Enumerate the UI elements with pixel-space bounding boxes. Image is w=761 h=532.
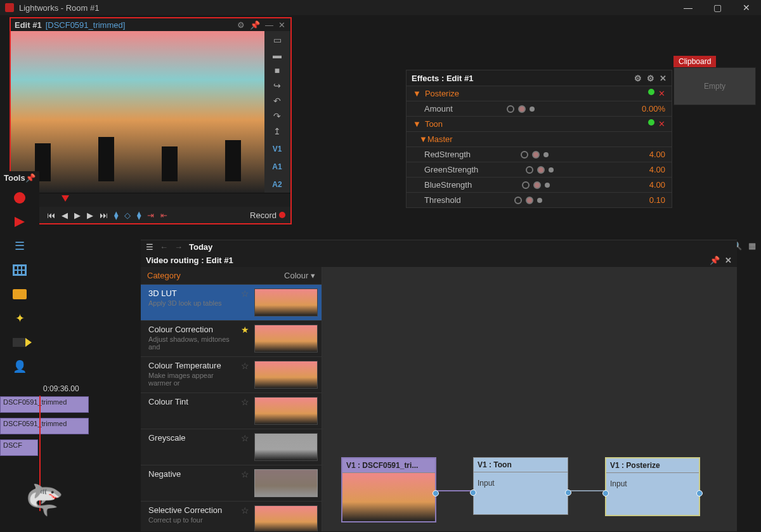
track-label-v1[interactable]: V1 xyxy=(273,145,282,157)
track-label-a1[interactable]: A1 xyxy=(272,162,282,175)
reset-knob[interactable] xyxy=(526,166,533,174)
port-in[interactable] xyxy=(602,490,609,496)
fx-group-posterize[interactable]: ▼ Posterize ✕ xyxy=(407,86,672,101)
category-dropdown[interactable]: Colour ▾ xyxy=(284,271,315,280)
preview-timeline[interactable] xyxy=(11,193,290,207)
pin-icon[interactable]: 📌 xyxy=(25,173,36,183)
star-icon[interactable]: ☆ xyxy=(241,433,249,461)
param-value[interactable]: 4.00 xyxy=(649,180,665,190)
go-start-icon[interactable]: ⏮ xyxy=(47,211,55,220)
close-icon[interactable]: ✕ xyxy=(277,20,287,30)
gear-icon[interactable]: ⚙ xyxy=(647,74,654,83)
reset-knob[interactable] xyxy=(507,105,514,113)
star-icon[interactable]: ☆ xyxy=(241,289,249,316)
slider-handle[interactable] xyxy=(530,107,535,112)
close-icon[interactable]: ✕ xyxy=(725,256,732,265)
clip[interactable]: DSCF0591_trimmed xyxy=(0,396,89,413)
slider-handle[interactable] xyxy=(545,183,550,188)
search-tool[interactable] xyxy=(11,287,29,302)
fx-group-toon[interactable]: ▼ Toon ✕ xyxy=(407,116,672,131)
fx-param-threshold[interactable]: Threshold 0.10 xyxy=(407,192,672,207)
fx-param-amount[interactable]: Amount 0.00% xyxy=(407,101,672,116)
arrow-icon[interactable]: ↪ xyxy=(273,81,281,91)
step-back-icon[interactable]: ◀ xyxy=(62,211,68,220)
param-value[interactable]: 4.00 xyxy=(649,165,665,174)
port-out[interactable] xyxy=(433,490,439,496)
collapse-icon[interactable]: ▼ xyxy=(413,119,421,129)
node-toon[interactable]: V1 : Toon Input xyxy=(473,457,568,515)
clip[interactable]: DSCF xyxy=(0,439,38,456)
nav-fwd-icon[interactable]: → xyxy=(174,242,183,252)
pin-icon[interactable]: 📌 xyxy=(249,20,261,30)
collapse-icon[interactable]: ▼ xyxy=(413,89,421,98)
fx-param-red[interactable]: RedStrength 4.00 xyxy=(407,146,672,162)
enable-dot[interactable] xyxy=(648,119,654,126)
reset-knob[interactable] xyxy=(521,151,528,159)
clip[interactable]: DSCF0591_trimmed xyxy=(0,418,89,434)
port-out[interactable] xyxy=(696,490,703,496)
layout-icon[interactable]: ▦ xyxy=(748,241,756,250)
slider-handle[interactable] xyxy=(549,167,554,172)
remove-icon[interactable]: ✕ xyxy=(658,89,665,98)
collapse-icon[interactable]: ▼ xyxy=(419,134,427,144)
pin-icon[interactable]: 📌 xyxy=(710,256,720,265)
node-source[interactable]: V1 : DSCF0591_tri... xyxy=(341,457,436,522)
window-maximize[interactable]: ▢ xyxy=(703,0,732,15)
menu-icon[interactable]: ☰ xyxy=(146,242,153,252)
mark-clear-icon[interactable]: ◇ xyxy=(124,211,131,220)
playhead-icon[interactable] xyxy=(62,195,69,202)
slider-handle[interactable] xyxy=(543,152,549,157)
star-icon[interactable]: ★ xyxy=(241,325,249,353)
step-fwd-icon[interactable]: ▶ xyxy=(87,211,93,220)
fx-item-3dlut[interactable]: 3D LUTApply 3D look up tables ☆ xyxy=(141,284,322,320)
overwrite-icon[interactable]: ⇤ xyxy=(160,211,167,220)
window-close[interactable]: ✕ xyxy=(732,0,761,15)
track-label-a2[interactable]: A2 xyxy=(272,180,282,193)
enable-dot[interactable] xyxy=(648,89,654,95)
bins-tool[interactable] xyxy=(11,263,29,278)
star-icon[interactable]: ☆ xyxy=(241,469,249,497)
fx-tool[interactable]: ✦ xyxy=(11,311,29,326)
play-icon[interactable]: ▶ xyxy=(74,211,81,220)
rect-icon[interactable]: ▬ xyxy=(273,50,282,60)
up-icon[interactable]: ↥ xyxy=(273,126,281,136)
param-value[interactable]: 0.00% xyxy=(642,104,665,114)
video-preview[interactable] xyxy=(11,31,264,193)
node-posterize[interactable]: V1 : Posterize Input xyxy=(605,457,700,516)
mark-out-icon[interactable]: ⧫ xyxy=(137,211,141,220)
remove-icon[interactable]: ✕ xyxy=(658,119,665,129)
square-icon[interactable]: ■ xyxy=(275,65,280,75)
fx-param-green[interactable]: GreenStrength 4.00 xyxy=(407,162,672,177)
gear-icon[interactable]: ⚙ xyxy=(236,20,246,30)
star-icon[interactable]: ☆ xyxy=(241,361,249,389)
keyframe-knob[interactable] xyxy=(537,166,545,174)
settings-icon[interactable]: ⚙ xyxy=(634,74,642,83)
keyframe-knob[interactable] xyxy=(518,105,526,113)
port-out[interactable] xyxy=(565,490,571,496)
undo-icon[interactable]: ↶ xyxy=(273,96,281,106)
mark-in-icon[interactable]: ⧫ xyxy=(114,211,118,220)
keyframe-knob[interactable] xyxy=(533,181,541,189)
reset-knob[interactable] xyxy=(514,197,522,204)
param-value[interactable]: 0.10 xyxy=(649,195,665,205)
window-minimize[interactable]: — xyxy=(673,0,703,15)
fx-param-blue[interactable]: BlueStrength 4.00 xyxy=(407,177,672,192)
edit-tool[interactable]: ☰ xyxy=(11,238,29,254)
minimize-icon[interactable]: — xyxy=(264,20,275,30)
routing-canvas[interactable]: V1 : DSCF0591_tri... V1 : Toon Input V1 … xyxy=(322,267,737,531)
nav-back-icon[interactable]: ← xyxy=(160,242,168,252)
port-in[interactable] xyxy=(470,490,476,496)
go-end-icon[interactable]: ⏭ xyxy=(100,211,108,220)
record-button[interactable] xyxy=(279,212,285,218)
param-value[interactable]: 4.00 xyxy=(649,150,665,159)
reset-knob[interactable] xyxy=(522,181,530,189)
fx-item-neg[interactable]: Negative ☆ xyxy=(141,465,322,501)
export-tool[interactable] xyxy=(11,335,29,350)
slider-handle[interactable] xyxy=(537,198,542,203)
fx-subgroup-master[interactable]: ▼ Master xyxy=(407,131,672,146)
import-tool[interactable] xyxy=(11,214,29,230)
folder-icon[interactable]: ▭ xyxy=(273,35,282,45)
close-icon[interactable]: ✕ xyxy=(660,74,667,83)
insert-icon[interactable]: ⇥ xyxy=(147,211,154,220)
fx-item-tint[interactable]: Colour Tint ☆ xyxy=(141,393,322,429)
